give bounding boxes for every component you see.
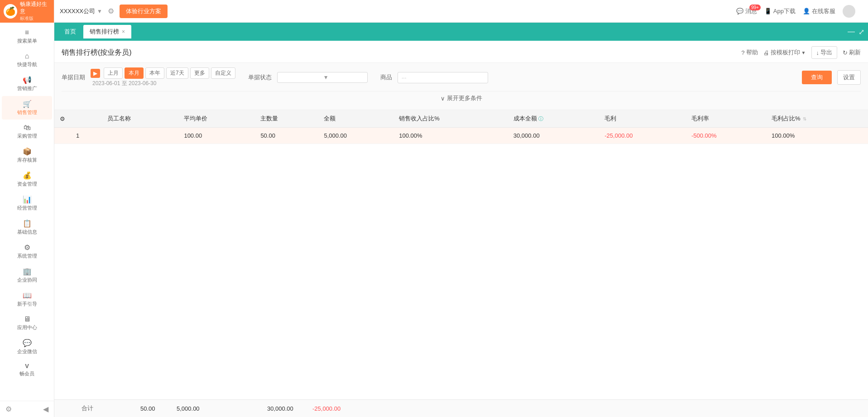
sidebar-item-basic-info[interactable]: 📋 基础信息 — [2, 216, 52, 239]
header-settings-icon[interactable]: ⚙ — [108, 7, 114, 15]
tab-sales-ranking[interactable]: 销售排行榜 × — [83, 25, 131, 38]
sidebar-item-guide[interactable]: 📖 新手引导 — [2, 288, 52, 311]
sidebar-item-search-order[interactable]: ≡ 搜索菜单 — [2, 25, 52, 48]
cell-name — [102, 128, 178, 144]
purchase-label: 采购管理 — [17, 133, 37, 139]
cell-settings — [54, 128, 71, 144]
sidebar: 🍊 畅康通好生意 标准版 ≡ 搜索菜单 ⌂ 快捷导航 📢 营销推广 🛒 销售管理… — [0, 0, 54, 417]
query-button[interactable]: 查询 — [802, 71, 832, 84]
cell-amount: 5,000.00 — [318, 128, 393, 144]
filter-expand-arrow[interactable]: ▶ — [91, 69, 100, 78]
date-btn-more[interactable]: 更多 — [190, 67, 209, 79]
guide-label: 新手引导 — [17, 301, 37, 307]
refresh-button[interactable]: ↻ 刷新 — [843, 48, 861, 57]
app-center-icon: 🖥 — [24, 315, 31, 323]
marketing-label: 营销推广 — [17, 85, 37, 92]
settings-button[interactable]: 设置 — [837, 70, 861, 85]
product-more-icon: ··· — [402, 74, 407, 81]
sidebar-item-finance[interactable]: 💰 资金管理 — [2, 168, 52, 191]
sidebar-item-operations[interactable]: 📊 经营管理 — [2, 192, 52, 215]
sidebar-item-inventory[interactable]: 📦 库存核算 — [2, 144, 52, 167]
date-btn-last-month[interactable]: 上月 — [104, 67, 123, 79]
enterprise-wechat-icon: 💬 — [23, 339, 32, 347]
page-header: 销售排行榜(按业务员) ? 帮助 🖨 按模板打印 ▼ ↓ 导出 ↻ 刷新 — [54, 41, 868, 63]
status-label: 单据状态 — [248, 73, 272, 81]
footer-quantity: 50.00 — [135, 405, 171, 412]
table-footer: 合计 50.00 5,000.00 30,000.00 -25,000.00 — [54, 399, 868, 417]
date-btn-7days[interactable]: 近7天 — [166, 67, 188, 79]
sidebar-item-sales[interactable]: 🛒 销售管理 — [2, 96, 52, 120]
tab-maximize-icon[interactable]: ⤢ — [858, 28, 864, 36]
search-order-icon: ≡ — [25, 29, 29, 37]
app-download-group[interactable]: 📱 App下载 — [764, 7, 796, 15]
finance-icon: 💰 — [23, 171, 32, 180]
sidebar-item-quick-nav[interactable]: ⌂ 快捷导航 — [2, 48, 52, 72]
logo-badge: 标准版 — [20, 15, 50, 22]
print-chevron-icon: ▼ — [801, 50, 806, 55]
sidebar-item-marketing[interactable]: 📢 营销推广 — [2, 72, 52, 96]
sidebar-item-member[interactable]: V 畅会员 — [2, 359, 52, 381]
status-chevron-icon: ▼ — [323, 74, 364, 81]
tab-bar-right: — ⤢ — [848, 28, 864, 36]
top-header: XXXXXX公司 ▼ ⚙ 体验行业方案 💬 消息 99+ 📱 App下载 👤 在… — [54, 0, 868, 23]
inventory-label: 库存核算 — [17, 157, 37, 163]
date-btn-this-year[interactable]: 本年 — [145, 67, 164, 79]
filter-expand-row[interactable]: ∨ 展开更多条件 — [62, 91, 861, 105]
basic-info-icon: 📋 — [23, 219, 32, 228]
date-btn-this-month[interactable]: 本月 — [125, 67, 144, 79]
sidebar-item-purchase[interactable]: 🛍 采购管理 — [2, 120, 52, 143]
tab-close-icon[interactable]: × — [122, 29, 125, 35]
product-input[interactable]: ··· — [398, 72, 488, 83]
system-icon: ⚙ — [24, 243, 30, 252]
footer-cost: 30,000.00 — [262, 405, 307, 412]
sidebar-footer: ⚙ ◀ — [0, 401, 54, 417]
tab-home[interactable]: 首页 — [58, 25, 82, 38]
company-selector[interactable]: XXXXXX公司 ▼ — [60, 7, 102, 15]
table-area: ⚙ 员工名称 平均单价 主数量 全额 销售收入占比% 成本全额 ⓘ 毛利 毛利率… — [54, 110, 868, 399]
date-buttons: ▶ 上月 本月 本年 近7天 更多 自定义 — [91, 67, 235, 79]
date-btn-custom[interactable]: 自定义 — [211, 67, 235, 79]
status-select[interactable]: ▼ — [277, 72, 368, 83]
date-range: 2023-06-01 至 2023-06-30 — [92, 80, 235, 87]
col-cost: 成本全额 ⓘ — [508, 110, 599, 128]
finance-label: 资金管理 — [17, 181, 37, 187]
tab-minimize-icon[interactable]: — — [848, 28, 855, 36]
filter-bar: 单据日期 ▶ 上月 本月 本年 近7天 更多 自定义 2023-06-01 至 … — [54, 63, 868, 110]
sidebar-settings-icon[interactable]: ⚙ — [5, 405, 12, 413]
export-button[interactable]: ↓ 导出 — [811, 46, 838, 59]
message-group[interactable]: 💬 消息 99+ — [736, 7, 757, 15]
sidebar-collapse-icon[interactable]: ◀ — [43, 405, 48, 413]
member-label: 畅会员 — [19, 370, 34, 377]
col-gross-rate: 毛利率 — [686, 110, 766, 128]
basic-info-label: 基础信息 — [17, 229, 37, 235]
enterprise-label: 企业协同 — [17, 277, 37, 283]
product-label: 商品 — [380, 73, 392, 81]
online-service-group[interactable]: 👤 在线客服 — [803, 7, 835, 15]
user-avatar[interactable] — [843, 5, 855, 18]
logo-icon: 🍊 — [4, 4, 17, 19]
table-header-row: ⚙ 员工名称 平均单价 主数量 全额 销售收入占比% 成本全额 ⓘ 毛利 毛利率… — [54, 110, 868, 128]
table-row: 1 100.00 50.00 5,000.00 100.00% 30,000.0… — [54, 128, 868, 144]
help-link[interactable]: ? 帮助 — [741, 48, 758, 57]
sidebar-item-enterprise[interactable]: 🏢 企业协同 — [2, 264, 52, 287]
sidebar-item-enterprise-wechat[interactable]: 💬 企业微信 — [2, 335, 52, 359]
sales-icon: 🛒 — [23, 100, 32, 108]
help-icon: ? — [741, 49, 744, 56]
cell-quantity: 50.00 — [255, 128, 318, 144]
sidebar-item-system[interactable]: ⚙ 系统管理 — [2, 240, 52, 263]
refresh-icon: ↻ — [843, 49, 848, 56]
template-print-link[interactable]: 🖨 按模板打印 ▼ — [763, 48, 806, 57]
online-service-icon: 👤 — [803, 8, 810, 14]
purchase-icon: 🛍 — [24, 124, 31, 132]
header-right: 💬 消息 99+ 📱 App下载 👤 在线客服 — [736, 5, 863, 18]
inventory-icon: 📦 — [23, 147, 32, 156]
trial-button[interactable]: 体验行业方案 — [120, 5, 168, 18]
col-settings[interactable]: ⚙ — [54, 110, 71, 128]
page-title: 销售排行榜(按业务员) — [62, 48, 132, 58]
col-rank — [71, 110, 102, 128]
company-name: XXXXXX公司 — [60, 7, 95, 15]
message-badge: 99+ — [749, 5, 761, 10]
sidebar-item-app-center[interactable]: 🖥 应用中心 — [2, 312, 52, 335]
col-gross: 毛利 — [599, 110, 686, 128]
page-actions: ? 帮助 🖨 按模板打印 ▼ ↓ 导出 ↻ 刷新 — [741, 46, 861, 59]
